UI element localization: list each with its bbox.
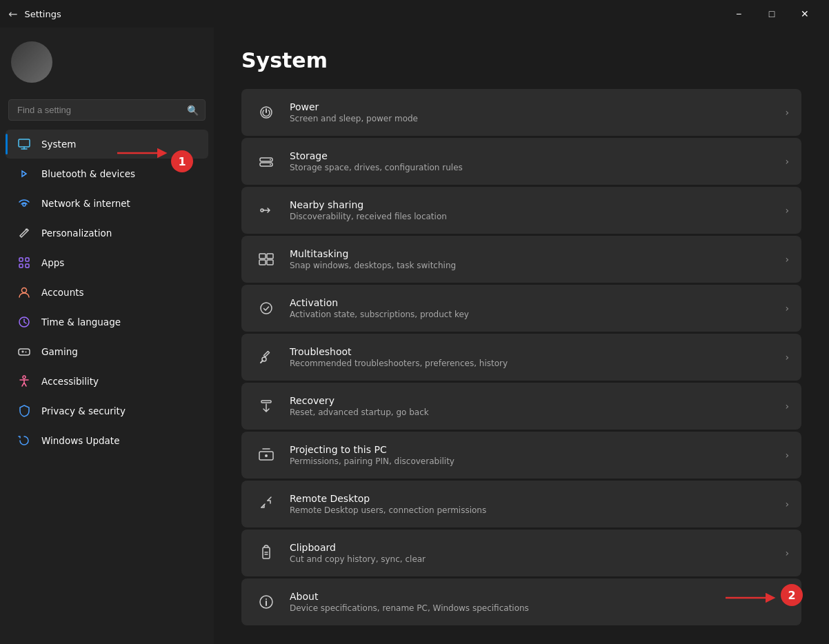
settings-item-power[interactable]: Power Screen and sleep, power mode › [241, 89, 801, 136]
personalization-icon [17, 225, 32, 241]
close-button[interactable]: ✕ [789, 3, 821, 25]
svg-point-15 [261, 209, 263, 212]
settings-item-text-recovery: Recovery Reset, advanced startup, go bac… [290, 395, 774, 417]
settings-item-desc-projecting: Permissions, pairing PIN, discoverabilit… [290, 456, 774, 466]
accessibility-icon [17, 374, 32, 389]
chevron-right-icon-storage: › [785, 156, 789, 167]
title-bar: ← Settings − □ ✕ [0, 0, 829, 28]
sidebar-profile [0, 33, 214, 94]
sidebar-item-gaming[interactable]: Gaming [6, 337, 208, 366]
avatar [11, 41, 52, 83]
accounts-icon [17, 285, 32, 300]
sidebar-item-label-accessibility: Accessibility [41, 376, 99, 387]
sidebar-item-apps[interactable]: Apps [6, 248, 208, 277]
svg-point-5 [22, 288, 27, 293]
remote-desktop-icon [254, 492, 279, 516]
svg-rect-3 [19, 264, 23, 268]
svg-rect-25 [263, 547, 270, 559]
settings-item-title-power: Power [290, 101, 774, 112]
sidebar-item-accounts[interactable]: Accounts [6, 278, 208, 307]
sidebar-item-label-personalization: Personalization [41, 228, 112, 239]
settings-item-storage[interactable]: Storage Storage space, drives, configura… [241, 138, 801, 185]
sidebar-item-privacy[interactable]: Privacy & security [6, 396, 208, 425]
settings-item-desc-power: Screen and sleep, power mode [290, 114, 774, 123]
chevron-right-icon-troubleshoot: › [785, 352, 789, 363]
svg-point-9 [23, 376, 26, 379]
settings-item-activation[interactable]: Activation Activation state, subscriptio… [241, 285, 801, 332]
settings-item-nearby-sharing[interactable]: Nearby sharing Discoverability, received… [241, 187, 801, 234]
settings-item-text-troubleshoot: Troubleshoot Recommended troubleshooters… [290, 346, 774, 368]
arrow-1 [114, 145, 169, 161]
search-icon: 🔍 [187, 105, 199, 116]
settings-item-recovery[interactable]: Recovery Reset, advanced startup, go bac… [241, 383, 801, 430]
sidebar-item-label-time: Time & language [41, 316, 121, 328]
svg-rect-0 [19, 139, 30, 147]
troubleshoot-icon [254, 345, 279, 370]
sidebar-item-update[interactable]: Windows Update [6, 426, 208, 455]
settings-item-text-clipboard: Clipboard Cut and copy history, sync, cl… [290, 542, 774, 564]
nearby-sharing-icon [254, 198, 279, 223]
search-input[interactable] [8, 99, 206, 121]
settings-item-clipboard[interactable]: Clipboard Cut and copy history, sync, cl… [241, 530, 801, 576]
chevron-right-icon-projecting: › [785, 450, 789, 461]
chevron-right-icon-nearby-sharing: › [785, 205, 789, 216]
settings-item-multitasking[interactable]: Multitasking Snap windows, desktops, tas… [241, 236, 801, 283]
settings-item-text-activation: Activation Activation state, subscriptio… [290, 297, 774, 319]
svg-rect-1 [19, 258, 23, 261]
settings-item-desc-about: Device specifications, rename PC, Window… [290, 603, 774, 613]
sidebar-item-label-apps: Apps [41, 257, 64, 268]
settings-item-title-about: About [290, 591, 774, 602]
app-body: 🔍 System Bluetooth & devices Network & i… [0, 28, 829, 644]
settings-item-remote-desktop[interactable]: Remote Desktop Remote Desktop users, con… [241, 481, 801, 527]
maximize-button[interactable]: □ [756, 3, 788, 25]
time-icon [17, 314, 32, 330]
svg-rect-16 [259, 254, 266, 259]
sidebar-item-personalization[interactable]: Personalization [6, 219, 208, 248]
settings-item-desc-storage: Storage space, drives, configuration rul… [290, 163, 774, 172]
chevron-right-icon-remote-desktop: › [785, 499, 789, 510]
sidebar-item-time[interactable]: Time & language [6, 308, 208, 336]
page-title: System [241, 48, 801, 72]
settings-item-title-storage: Storage [290, 150, 774, 161]
settings-item-desc-nearby-sharing: Discoverability, received files location [290, 212, 774, 221]
clipboard-icon [254, 541, 279, 565]
back-icon[interactable]: ← [8, 8, 17, 21]
svg-point-8 [26, 352, 27, 353]
sidebar-item-label-gaming: Gaming [41, 346, 78, 357]
sidebar-item-label-network: Network & internet [41, 198, 130, 209]
svg-rect-4 [26, 264, 29, 268]
settings-item-about[interactable]: About Device specifications, rename PC, … [241, 578, 801, 625]
sidebar-item-accessibility[interactable]: Accessibility [6, 367, 208, 396]
search-box: 🔍 [8, 99, 206, 121]
settings-item-desc-multitasking: Snap windows, desktops, task switching [290, 261, 774, 270]
sidebar-item-network[interactable]: Network & internet [6, 189, 208, 218]
title-bar-controls: − □ ✕ [723, 3, 821, 25]
svg-point-21 [262, 357, 266, 361]
settings-item-text-nearby-sharing: Nearby sharing Discoverability, received… [290, 199, 774, 221]
bluetooth-icon [17, 166, 32, 181]
sidebar: 🔍 System Bluetooth & devices Network & i… [0, 28, 214, 644]
settings-item-title-troubleshoot: Troubleshoot [290, 346, 774, 357]
svg-rect-18 [259, 260, 266, 265]
minimize-button[interactable]: − [723, 3, 755, 25]
about-icon [254, 590, 279, 614]
sidebar-nav: System Bluetooth & devices Network & int… [0, 129, 214, 644]
settings-item-troubleshoot[interactable]: Troubleshoot Recommended troubleshooters… [241, 334, 801, 381]
settings-item-desc-recovery: Reset, advanced startup, go back [290, 407, 774, 417]
settings-item-projecting[interactable]: Projecting to this PC Permissions, pairi… [241, 432, 801, 479]
settings-item-desc-activation: Activation state, subscriptions, product… [290, 310, 774, 319]
settings-item-text-about: About Device specifications, rename PC, … [290, 591, 774, 613]
privacy-icon [17, 403, 32, 419]
main-content: System Power Screen and sleep, power mod… [214, 28, 829, 644]
svg-rect-17 [267, 254, 273, 259]
settings-item-title-clipboard: Clipboard [290, 542, 774, 553]
settings-item-desc-remote-desktop: Remote Desktop users, connection permiss… [290, 505, 774, 515]
gaming-icon [17, 344, 32, 359]
settings-item-text-storage: Storage Storage space, drives, configura… [290, 150, 774, 172]
settings-item-text-multitasking: Multitasking Snap windows, desktops, tas… [290, 248, 774, 270]
svg-rect-22 [261, 401, 271, 403]
svg-rect-7 [19, 349, 30, 355]
sidebar-item-label-accounts: Accounts [41, 287, 84, 298]
sidebar-item-label-update: Windows Update [41, 435, 119, 446]
svg-point-27 [266, 598, 267, 600]
